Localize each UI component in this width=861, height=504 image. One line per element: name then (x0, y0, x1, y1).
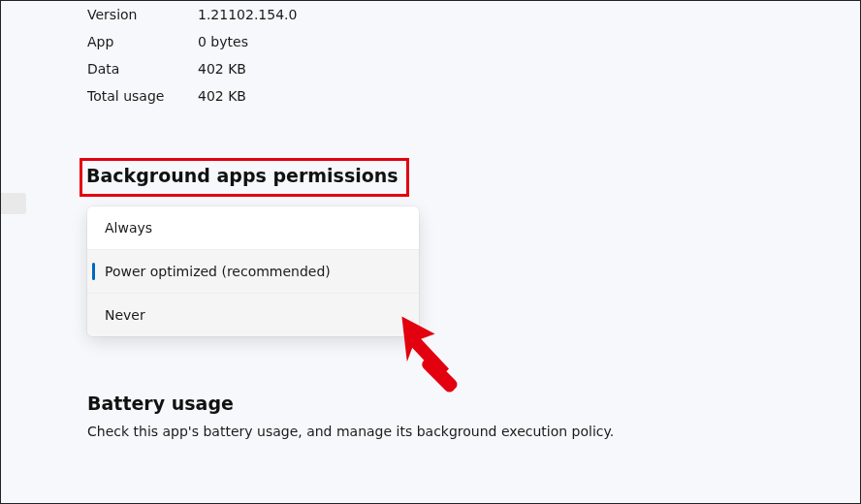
info-row-data: Data 402 KB (87, 55, 821, 82)
dropdown-option-power-optimized[interactable]: Power optimized (recommended) (87, 250, 419, 294)
nav-stub (1, 193, 26, 214)
settings-content: Version 1.21102.154.0 App 0 bytes Data 4… (1, 1, 860, 441)
dropdown-option-label: Power optimized (recommended) (105, 264, 331, 279)
bg-perms-dropdown[interactable]: Always Power optimized (recommended) Nev… (87, 206, 419, 336)
battery-usage-heading: Battery usage (87, 393, 821, 414)
app-info-grid: Version 1.21102.154.0 App 0 bytes Data 4… (87, 1, 821, 110)
battery-usage-desc: Check this app's battery usage, and mana… (87, 422, 630, 441)
dropdown-option-label: Always (105, 220, 152, 236)
value-app: 0 bytes (198, 34, 248, 49)
dropdown-option-never[interactable]: Never (87, 294, 419, 336)
info-row-version: Version 1.21102.154.0 (87, 1, 821, 28)
value-data: 402 KB (198, 61, 246, 77)
bg-perms-heading: Background apps permissions (86, 165, 399, 186)
info-row-app: App 0 bytes (87, 28, 821, 55)
value-total: 402 KB (198, 88, 246, 104)
label-total: Total usage (87, 88, 198, 104)
value-version: 1.21102.154.0 (198, 7, 297, 22)
info-row-total: Total usage 402 KB (87, 82, 821, 110)
dropdown-option-label: Never (105, 307, 145, 323)
bg-perms-highlight: Background apps permissions (80, 158, 409, 197)
label-app: App (87, 34, 198, 49)
label-data: Data (87, 61, 198, 77)
dropdown-option-always[interactable]: Always (87, 206, 419, 250)
label-version: Version (87, 7, 198, 22)
bg-perms-heading-wrap: Background apps permissions (87, 158, 821, 197)
